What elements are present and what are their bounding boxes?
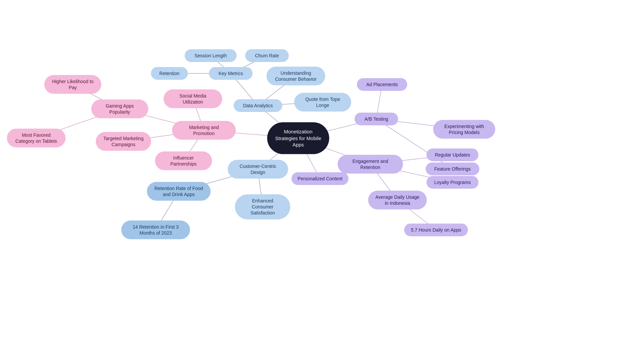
social-media-node[interactable]: Social Media Utilization (164, 89, 222, 108)
quote-tope-node[interactable]: Quote from Tope Longe (294, 93, 351, 112)
retention-node[interactable]: Retention (151, 67, 188, 80)
feature-offerings-node[interactable]: Feature Offerings (426, 163, 479, 175)
mindmap-container: Monetization Strategies for Mobile Apps … (0, 0, 644, 363)
loyalty-programs-node[interactable]: Loyalty Programs (427, 176, 479, 189)
churn-rate-node[interactable]: Churn Rate (245, 49, 289, 62)
engagement-retention-node[interactable]: Engagement and Retention (338, 155, 403, 174)
daily-hours-node[interactable]: 5.7 Hours Daily on Apps (404, 224, 468, 236)
targeted-marketing-node[interactable]: Targeted Marketing Campaigns (96, 132, 151, 151)
data-analytics-node[interactable]: Data Analytics (234, 99, 282, 112)
personalized-content-node[interactable]: Personalized Content (291, 172, 348, 185)
session-length-node[interactable]: Session Length (185, 49, 237, 62)
influencer-node[interactable]: Influencer Partnerships (155, 152, 212, 170)
experimenting-node[interactable]: Experimenting with Pricing Models (433, 120, 495, 139)
ad-placements-node[interactable]: Ad Placements (357, 78, 407, 91)
most-favored-node[interactable]: Most Favored Category on Tablets (7, 129, 66, 147)
higher-likelihood-node[interactable]: Higher Likelihood to Pay (44, 75, 101, 94)
gaming-apps-node[interactable]: Gaming Apps Popularity (91, 100, 148, 118)
retention-food-node[interactable]: Retention Rate of Food and Drink Apps (147, 182, 211, 201)
enhanced-consumer-node[interactable]: Enhanced Consumer Satisfaction (235, 194, 290, 220)
ab-testing-node[interactable]: A/B Testing (355, 113, 398, 125)
customer-centric-node[interactable]: Customer-Centric Design (228, 160, 288, 179)
average-daily-node[interactable]: Average Daily Usage in Indonesia (368, 191, 427, 209)
understanding-consumer-node[interactable]: Understanding Consumer Behavior (267, 67, 325, 85)
retention-14-node[interactable]: 14 Retention in First 3 Months of 2023 (121, 221, 190, 239)
key-metrics-node[interactable]: Key Metrics (209, 67, 253, 80)
regular-updates-node[interactable]: Regular Updates (427, 148, 479, 161)
center-node[interactable]: Monetization Strategies for Mobile Apps (267, 122, 329, 154)
marketing-promotion-node[interactable]: Marketing and Promotion (172, 121, 236, 140)
